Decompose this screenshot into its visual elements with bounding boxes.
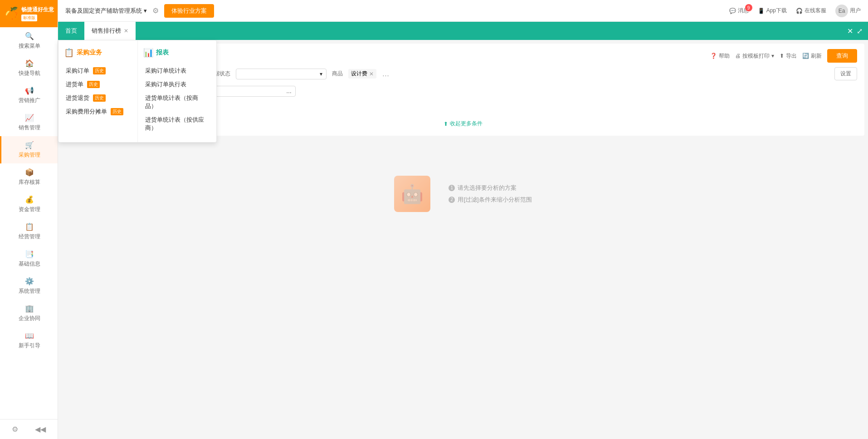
sidebar-item-system[interactable]: ⚙️ 系统管理 [0, 272, 58, 300]
goods-label: 商品 [332, 70, 343, 78]
message-badge: 9 [745, 4, 752, 11]
sidebar-item-guide-label: 新手引导 [19, 342, 40, 350]
sidebar-menu: 🔍 搜索菜单 🏠 快捷导航 📢 营销推广 📈 销售管理 🛒 采购管理 📦 库存核… [0, 27, 58, 419]
topbar-user[interactable]: Ea 用户 [835, 5, 861, 17]
sidebar-item-quicknav-label: 快捷导航 [19, 69, 40, 77]
sidebar-item-sales-label: 销售管理 [19, 124, 40, 132]
sidebar: 🍊 畅捷通好生意 标准版 🔍 搜索菜单 🏠 快捷导航 📢 营销推广 📈 销售管理… [0, 0, 58, 439]
reports-col: 📊 报表 采购订单统计表 采购订单执行表 进货单统计表（按商品） 进货单统计表（… [138, 40, 217, 142]
topbar: 装备及固定资产辅助管理系统 ▾ ⚙ 体验行业方案 💬 消息 9 📱 App下载 … [58, 0, 868, 22]
purchase-order-item[interactable]: 采购订单 历史 [64, 64, 132, 78]
marketing-icon: 📢 [25, 86, 34, 95]
purchase-inbound-item[interactable]: 进货单 历史 [64, 78, 132, 91]
sales-icon: 📈 [25, 113, 34, 122]
industry-btn[interactable]: 体验行业方案 [164, 4, 214, 18]
phone-icon: 📱 [758, 8, 765, 14]
system-title-text: 装备及固定资产辅助管理系统 [65, 7, 142, 15]
empty-illustration: 🤖 [394, 176, 430, 212]
reports-col-icon: 📊 [143, 48, 153, 58]
tabbar: 首页 销售排行榜 ✕ ✕ ⤢ [58, 22, 868, 40]
goods-more-btn[interactable]: … [382, 70, 389, 78]
salesman-select[interactable]: … [205, 86, 296, 97]
guide-icon: 📖 [25, 331, 34, 340]
sidebar-item-inventory-label: 库存核算 [19, 178, 40, 186]
refresh-btn[interactable]: 🔄 刷新 [802, 52, 822, 60]
status-select[interactable]: ▾ [236, 69, 327, 79]
purchase-expense-item[interactable]: 采购费用分摊单 历史 [64, 105, 132, 118]
sidebar-bottom: ⚙ ◀◀ [0, 419, 58, 439]
sidebar-item-marketing-label: 营销推广 [19, 97, 40, 104]
sidebar-item-sales[interactable]: 📈 销售管理 [0, 109, 58, 136]
tab-home-label: 首页 [65, 27, 77, 35]
print-btn[interactable]: 🖨 按模板打印 ▾ [735, 52, 774, 60]
sidebar-item-purchase[interactable]: 🛒 采购管理 [0, 136, 58, 163]
tab-home[interactable]: 首页 [58, 22, 84, 40]
avatar: Ea [835, 5, 848, 17]
topbar-settings-icon[interactable]: ⚙ [152, 6, 159, 15]
reports-col-title: 📊 报表 [143, 48, 211, 58]
headset-icon: 🎧 [796, 8, 803, 14]
tabbar-right: ✕ ⤢ [847, 27, 868, 35]
purchase-return-history: 历史 [93, 94, 106, 102]
purchase-dropdown-menu: 📋 采购业务 采购订单 历史 进货单 历史 进货退货 历史 采购费用分摊单 历史… [58, 40, 217, 143]
status-dropdown-icon: ▾ [320, 71, 322, 77]
help-btn[interactable]: ❓ 帮助 [710, 52, 730, 60]
topbar-messages[interactable]: 💬 消息 9 [729, 7, 749, 15]
sidebar-item-search[interactable]: 🔍 搜索菜单 [0, 27, 58, 54]
empty-hint-2: 用[过滤]条件来缩小分析范围 [449, 194, 532, 206]
topbar-right: 💬 消息 9 📱 App下载 🎧 在线客服 Ea 用户 [729, 5, 861, 17]
goods-tag-close[interactable]: ✕ [369, 71, 374, 77]
message-icon: 💬 [729, 8, 736, 14]
sidebar-item-system-label: 系统管理 [19, 287, 40, 295]
sidebar-item-operations-label: 经营管理 [19, 233, 40, 241]
sidebar-item-basic[interactable]: 📑 基础信息 [0, 245, 58, 272]
system-title-dropdown[interactable]: 装备及固定资产辅助管理系统 ▾ [65, 7, 147, 15]
sidebar-item-inventory[interactable]: 📦 库存核算 [0, 163, 58, 191]
export-icon: ⬆ [780, 53, 784, 59]
collapse-text: 收起更多条件 [450, 120, 483, 128]
sidebar-item-guide[interactable]: 📖 新手引导 [0, 327, 58, 354]
purchase-expense-history: 历史 [111, 108, 123, 115]
tab-expand-btn[interactable]: ⤢ [857, 27, 863, 35]
goods-tag: 设计费 ✕ [348, 69, 376, 79]
purchase-return-item[interactable]: 进货退货 历史 [64, 91, 132, 105]
print-dropdown-icon: ▾ [771, 53, 774, 59]
logo-text: 畅捷通好生意 标准版 [21, 6, 54, 21]
purchase-col: 📋 采购业务 采购订单 历史 进货单 历史 进货退货 历史 采购费用分摊单 历史 [59, 40, 138, 142]
empty-hint-1: 请先选择要分析的方案 [449, 182, 532, 194]
empty-state: 🤖 请先选择要分析的方案 用[过滤]条件来缩小分析范围 [58, 139, 868, 248]
purchase-order-history: 历史 [93, 67, 106, 74]
report-inbound-supplier-item[interactable]: 进货单统计表（按供应商） [143, 113, 211, 135]
report-order-exec-item[interactable]: 采购订单执行表 [143, 78, 211, 91]
tab-sales-rank[interactable]: 销售排行榜 ✕ [84, 22, 136, 40]
sidebar-item-search-label: 搜索菜单 [19, 42, 40, 50]
empty-hints: 请先选择要分析的方案 用[过滤]条件来缩小分析范围 [449, 182, 532, 206]
report-inbound-goods-item[interactable]: 进货单统计表（按商品） [143, 91, 211, 113]
topbar-online-service[interactable]: 🎧 在线客服 [796, 7, 826, 15]
report-order-stats-item[interactable]: 采购订单统计表 [143, 64, 211, 78]
purchase-inbound-history: 历史 [87, 81, 100, 88]
refresh-icon: 🔄 [802, 53, 809, 59]
sidebar-item-quicknav[interactable]: 🏠 快捷导航 [0, 54, 58, 82]
topbar-app-download[interactable]: 📱 App下载 [758, 7, 787, 15]
help-icon: ❓ [710, 53, 717, 59]
sidebar-settings-btn[interactable]: ⚙ [12, 425, 18, 434]
settings-btn[interactable]: 设置 [834, 67, 857, 80]
sidebar-collapse-btn[interactable]: ◀◀ [35, 425, 46, 434]
tab-close-icon[interactable]: ✕ [124, 28, 128, 34]
sidebar-item-marketing[interactable]: 📢 营销推广 [0, 82, 58, 109]
sidebar-item-finance[interactable]: 💰 资金管理 [0, 191, 58, 218]
search-icon: 🔍 [25, 32, 34, 40]
sidebar-item-finance-label: 资金管理 [19, 206, 40, 213]
tab-close-window-btn[interactable]: ✕ [847, 27, 853, 35]
finance-icon: 💰 [25, 195, 34, 204]
purchase-icon: 🛒 [25, 141, 34, 149]
query-btn[interactable]: 查询 [827, 49, 857, 63]
sidebar-item-enterprise-label: 企业协同 [19, 315, 40, 322]
export-btn[interactable]: ⬆ 导出 [780, 52, 797, 60]
sidebar-item-enterprise[interactable]: 🏢 企业协同 [0, 300, 58, 327]
system-icon: ⚙️ [25, 277, 34, 286]
salesman-more-icon: … [286, 88, 292, 94]
inventory-icon: 📦 [25, 168, 34, 177]
sidebar-item-operations[interactable]: 📋 经营管理 [0, 218, 58, 245]
